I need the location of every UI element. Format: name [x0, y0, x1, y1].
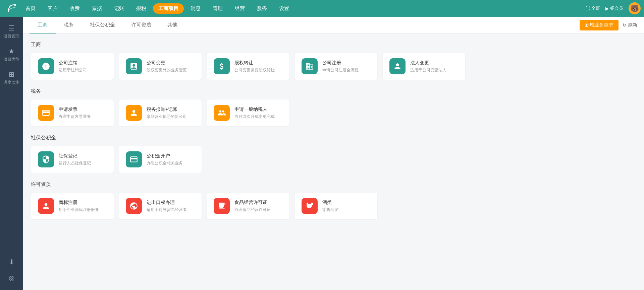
card-company-cancel[interactable]: 公司注销 适用于注销公司	[31, 53, 114, 80]
tab-other[interactable]: 其他	[159, 17, 185, 33]
sidebar-item-label: 项目类型	[3, 57, 19, 62]
main-layout: ☰ 项目管理 ★ 项目类型 ⊞ 进度监测 ⬇ ◎ 工商 税务 社保公积金 许可资…	[0, 17, 644, 290]
card-social-security[interactable]: 社保登记 进行人员社保登记	[31, 146, 114, 173]
tab-license[interactable]: 许可资质	[123, 17, 159, 33]
tab-actions: 新增业务类型 ↻ 刷新	[580, 20, 637, 30]
refresh-icon: ↻	[623, 22, 627, 28]
card-food-license[interactable]: 食品经营许可证 办理食品经营许可证	[207, 192, 290, 220]
fullscreen-label: 全屏	[591, 5, 600, 11]
nav-management[interactable]: 管理	[207, 3, 228, 14]
fullscreen-button[interactable]: ⛶ 全屏	[586, 5, 600, 11]
company-change-text: 公司变更 股权变更外的业务变更	[147, 60, 187, 73]
import-export-text: 进出口权办理 适用于对外贸易经营者	[147, 200, 187, 213]
card-desc: 零售批发	[322, 207, 338, 213]
card-apply-invoice[interactable]: 申请发票 办理申请发票业务	[31, 99, 114, 127]
card-import-export[interactable]: 进出口权办理 适用于对外贸易经营者	[119, 192, 202, 220]
sidebar-item-label: 进度监测	[3, 80, 19, 85]
company-cancel-icon	[38, 58, 54, 74]
company-register-icon	[302, 58, 318, 74]
card-desc: 股权变更外的业务变更	[147, 67, 187, 73]
card-name: 公司注册	[322, 60, 359, 66]
nav-settings[interactable]: 设置	[274, 3, 294, 14]
sidebar-bottom: ⬇ ◎	[0, 255, 23, 290]
sidebar-item-progress[interactable]: ⊞ 进度监测	[0, 66, 23, 89]
apply-invoice-text: 申请发票 办理申请发票业务	[59, 106, 91, 120]
content-scroll[interactable]: 工商 公司注销 适用于注销公司 公司变更	[23, 33, 644, 290]
company-change-icon	[126, 58, 142, 74]
card-desc: 公司变更需要股权转让	[234, 67, 275, 73]
tab-social-security[interactable]: 社保公积金	[82, 17, 123, 33]
equity-transfer-text: 股权转让 公司变更需要股权转让	[234, 60, 275, 73]
nav-right: ⛶ 全屏 ▶ 畅会员 🐻	[586, 2, 641, 14]
tab-tax[interactable]: 税务	[56, 17, 82, 33]
card-desc: 进行人员社保登记	[59, 160, 91, 166]
tab-bar: 工商 税务 社保公积金 许可资质 其他 新增业务类型 ↻ 刷新	[23, 17, 644, 33]
nav-service[interactable]: 服务	[252, 3, 272, 14]
nav-operation[interactable]: 经营	[229, 3, 250, 14]
nav-items: 首页 客户 收费 票据 记账 报税 工商项目 消息 管理 经营 服务 设置	[20, 3, 586, 14]
fund-account-text: 公积金开户 办理公积金相关业务	[147, 153, 183, 166]
tab-industrial[interactable]: 工商	[30, 17, 56, 33]
card-general-taxpayer[interactable]: 申请一般纳税人 当月或次月成变更完成	[207, 99, 290, 127]
card-desc: 当月或次月成变更完成	[234, 114, 275, 120]
nav-tax[interactable]: 报税	[131, 3, 152, 14]
card-company-change[interactable]: 公司变更 股权变更外的业务变更	[119, 53, 202, 80]
card-name: 商标注册	[59, 200, 99, 206]
card-desc: 办理公积金相关业务	[147, 160, 183, 166]
card-tax-report[interactable]: 税务报道+记账 拿到营业执照的新公司	[119, 99, 202, 127]
food-license-icon	[214, 198, 230, 214]
user-avatar[interactable]: 🐻	[629, 2, 641, 14]
card-name: 社保登记	[59, 153, 91, 159]
refresh-button[interactable]: ↻ 刷新	[623, 22, 637, 28]
sidebar: ☰ 项目管理 ★ 项目类型 ⊞ 进度监测 ⬇ ◎	[0, 17, 23, 290]
nav-customer[interactable]: 客户	[42, 3, 63, 14]
card-name: 公司注销	[59, 60, 87, 66]
card-name: 申请一般纳税人	[234, 106, 275, 113]
sidebar-location[interactable]: ◎	[0, 271, 23, 285]
nav-bill[interactable]: 票据	[87, 3, 107, 14]
card-name: 进出口权办理	[147, 200, 187, 206]
card-company-register[interactable]: 公司注册 申请公司注册全流程	[294, 53, 378, 80]
card-fund-account[interactable]: 公积金开户 办理公积金相关业务	[119, 146, 202, 173]
section-title-social: 社保公积金	[31, 135, 636, 141]
nav-fee[interactable]: 收费	[64, 3, 85, 14]
nav-message[interactable]: 消息	[185, 3, 206, 14]
import-export-icon	[126, 198, 142, 214]
card-grid-license: 商标注册 用于企业商标注册服务 进出口权办理 适用于对外贸易经营者	[31, 192, 636, 220]
refresh-label: 刷新	[628, 22, 637, 28]
tax-report-icon	[126, 105, 142, 121]
nav-home[interactable]: 首页	[20, 3, 41, 14]
card-alcohol[interactable]: 酒类 零售批发	[294, 192, 378, 220]
card-desc: 适用于注销公司	[59, 67, 87, 73]
add-type-button[interactable]: 新增业务类型	[580, 20, 619, 30]
section-title-industrial: 工商	[31, 42, 636, 48]
section-title-tax: 税务	[31, 88, 636, 94]
nav-industrial[interactable]: 工商项目	[153, 3, 184, 14]
project-type-icon: ★	[8, 47, 14, 55]
card-desc: 申请公司注册全流程	[322, 67, 359, 73]
card-desc: 办理申请发票业务	[59, 114, 91, 120]
member-button[interactable]: ▶ 畅会员	[605, 5, 623, 11]
tax-report-text: 税务报道+记账 拿到营业执照的新公司	[147, 106, 187, 120]
progress-icon: ⊞	[9, 70, 14, 78]
tab-list: 工商 税务 社保公积金 许可资质 其他	[30, 17, 580, 33]
sidebar-download[interactable]: ⬇	[0, 255, 23, 269]
fund-account-icon	[126, 151, 142, 167]
equity-transfer-icon	[214, 58, 230, 74]
card-name: 税务报道+记账	[147, 106, 187, 113]
card-legal-change[interactable]: 法人变更 适用于公司变更法人	[382, 53, 466, 80]
social-security-text: 社保登记 进行人员社保登记	[59, 153, 91, 166]
general-taxpayer-text: 申请一般纳税人 当月或次月成变更完成	[234, 106, 275, 120]
legal-change-text: 法人变更 适用于公司变更法人	[410, 60, 446, 73]
sidebar-item-project-type[interactable]: ★ 项目类型	[0, 43, 23, 66]
alcohol-text: 酒类 零售批发	[322, 200, 338, 213]
card-name: 公司变更	[147, 60, 187, 66]
card-name: 申请发票	[59, 106, 91, 113]
sidebar-item-project-management[interactable]: ☰ 项目管理	[0, 20, 23, 43]
card-trademark[interactable]: 商标注册 用于企业商标注册服务	[31, 192, 114, 220]
card-name: 酒类	[322, 200, 338, 206]
card-name: 公积金开户	[147, 153, 183, 159]
nav-accounting[interactable]: 记账	[109, 3, 129, 14]
card-equity-transfer[interactable]: 股权转让 公司变更需要股权转让	[207, 53, 290, 80]
card-desc: 办理食品经营许可证	[234, 207, 271, 213]
